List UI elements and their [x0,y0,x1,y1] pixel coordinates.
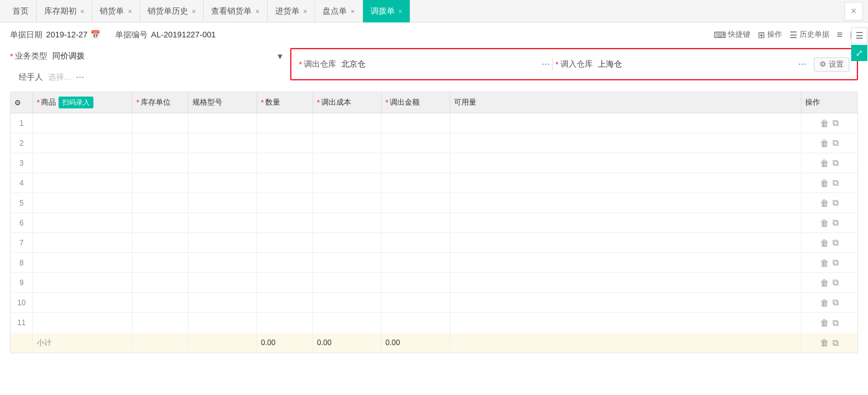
tab-inventory-check[interactable]: 盘点单 × [315,0,362,22]
sidebar-list-icon[interactable]: ☰ [851,27,867,44]
copy-icon[interactable]: ⧉ [833,318,839,328]
row-product[interactable] [33,293,133,312]
row-amount[interactable] [382,213,450,232]
row-qty[interactable] [257,313,313,333]
row-available[interactable] [450,233,801,252]
row-cost[interactable] [313,253,382,272]
close-icon[interactable]: × [192,7,196,15]
copy-icon[interactable]: ⧉ [833,118,839,128]
close-icon[interactable]: × [303,7,307,15]
row-product[interactable] [33,133,133,153]
delete-icon[interactable]: 🗑 [820,318,829,328]
delete-icon[interactable]: 🗑 [820,298,829,308]
row-cost[interactable] [313,293,382,312]
settings-button[interactable]: ⚙ 设置 [814,57,849,72]
close-icon[interactable]: × [128,7,131,15]
row-amount[interactable] [382,253,450,272]
row-amount[interactable] [382,233,450,252]
row-amount[interactable] [382,313,450,333]
warehouse-in-more-icon[interactable]: ··· [798,59,806,70]
window-close-button[interactable]: × [844,2,863,21]
tab-inventory-init[interactable]: 库存期初 × [37,0,92,22]
delete-icon[interactable]: 🗑 [820,338,829,348]
row-cost[interactable] [313,233,382,252]
row-qty[interactable] [257,113,313,133]
delete-icon[interactable]: 🗑 [820,118,829,128]
delete-icon[interactable]: 🗑 [820,158,829,168]
delete-icon[interactable]: 🗑 [820,278,829,288]
row-qty[interactable] [257,273,313,292]
row-cost[interactable] [313,213,382,232]
operation-action[interactable]: ⊞ 操作 [758,29,782,40]
row-amount[interactable] [382,133,450,153]
person-more-icon[interactable]: ··· [76,72,84,83]
row-unit[interactable] [133,153,189,173]
row-cost[interactable] [313,153,382,173]
row-unit[interactable] [133,113,189,133]
row-spec[interactable] [189,113,257,133]
row-product[interactable] [33,173,133,193]
history-action[interactable]: ☰ 历史单据 [790,29,829,40]
row-cost[interactable] [313,273,382,292]
row-cost[interactable] [313,193,382,212]
row-spec[interactable] [189,253,257,272]
row-cost[interactable] [313,133,382,153]
row-amount[interactable] [382,113,450,133]
row-cost[interactable] [313,113,382,133]
row-available[interactable] [450,313,801,333]
delete-icon[interactable]: 🗑 [820,178,829,188]
tab-transfer-order[interactable]: 调拨单 × [363,0,410,22]
row-amount[interactable] [382,153,450,173]
row-available[interactable] [450,213,801,232]
tab-home[interactable]: 首页 [5,0,37,22]
row-qty[interactable] [257,193,313,212]
copy-icon[interactable]: ⧉ [833,338,839,348]
row-product[interactable] [33,233,133,252]
row-product[interactable] [33,213,133,232]
th-gear[interactable]: ⚙ [11,92,33,113]
tab-sales-history[interactable]: 销货单历史 × [140,0,204,22]
row-product[interactable] [33,253,133,272]
row-amount[interactable] [382,293,450,312]
copy-icon[interactable]: ⧉ [833,198,839,208]
warehouse-out-more-icon[interactable]: ··· [542,59,550,70]
copy-icon[interactable]: ⧉ [833,257,839,268]
row-qty[interactable] [257,293,313,312]
row-spec[interactable] [189,193,257,212]
row-available[interactable] [450,113,801,133]
row-cost[interactable] [313,313,382,333]
row-available[interactable] [450,273,801,292]
row-qty[interactable] [257,213,313,232]
close-icon-active[interactable]: × [399,7,402,15]
row-available[interactable] [450,133,801,153]
tab-view-sales[interactable]: 查看销货单 × [204,0,267,22]
row-product[interactable] [33,153,133,173]
copy-icon[interactable]: ⧉ [833,217,839,228]
copy-icon[interactable]: ⧉ [833,158,839,168]
row-qty[interactable] [257,133,313,153]
row-spec[interactable] [189,313,257,333]
row-available[interactable] [450,253,801,272]
layout1-action[interactable]: ≡ [837,29,842,40]
delete-icon[interactable]: 🗑 [820,258,829,268]
row-amount[interactable] [382,193,450,212]
row-available[interactable] [450,173,801,193]
row-qty[interactable] [257,253,313,272]
row-product[interactable] [33,313,133,333]
row-unit[interactable] [133,253,189,272]
row-qty[interactable] [257,153,313,173]
close-icon[interactable]: × [351,7,354,15]
row-unit[interactable] [133,293,189,312]
row-amount[interactable] [382,273,450,292]
copy-icon[interactable]: ⧉ [833,178,839,188]
scan-button[interactable]: 扫码录入 [59,97,93,108]
row-unit[interactable] [133,233,189,252]
row-unit[interactable] [133,173,189,193]
person-select[interactable]: 选择... [48,72,71,83]
copy-icon[interactable]: ⧉ [833,277,839,288]
row-amount[interactable] [382,173,450,193]
row-qty[interactable] [257,173,313,193]
delete-icon[interactable]: 🗑 [820,138,829,148]
row-product[interactable] [33,273,133,292]
row-spec[interactable] [189,173,257,193]
